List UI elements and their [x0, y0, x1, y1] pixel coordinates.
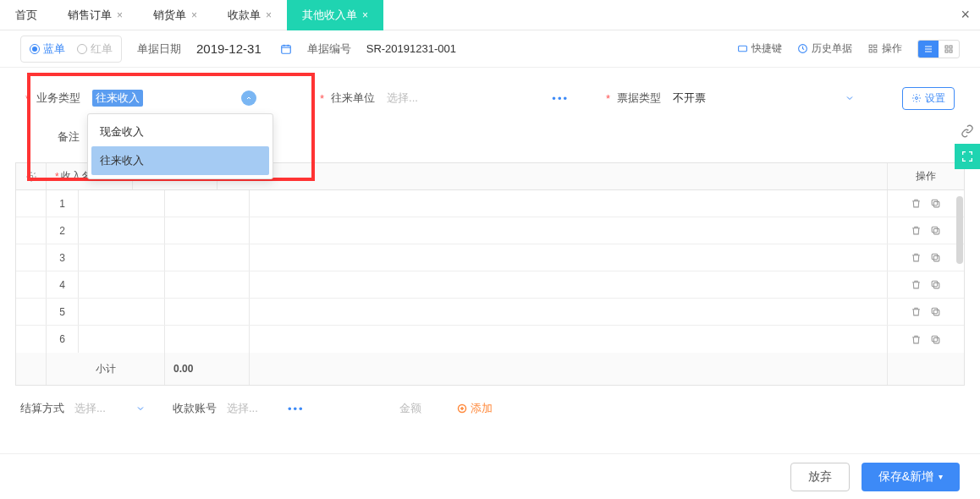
tab-home[interactable]: 首页	[0, 0, 52, 30]
close-icon[interactable]: ×	[117, 9, 123, 21]
copy-icon[interactable]	[930, 198, 941, 209]
svg-rect-16	[932, 227, 938, 233]
table-footer: 小计 0.00	[16, 353, 964, 385]
delete-icon[interactable]	[911, 225, 922, 236]
cell-amount[interactable]	[165, 244, 250, 271]
history-link[interactable]: 历史单据	[797, 41, 852, 56]
svg-rect-15	[933, 228, 939, 234]
delete-icon[interactable]	[911, 279, 922, 290]
ops-link[interactable]: 操作	[867, 41, 902, 56]
chevron-down-icon[interactable]: ▾	[939, 472, 943, 481]
settle-method-select[interactable]: 选择...	[74, 401, 125, 416]
cell-remark[interactable]	[250, 326, 888, 353]
radio-blue[interactable]: 蓝单	[30, 41, 65, 57]
table-row[interactable]: 2	[16, 217, 964, 244]
add-button[interactable]: 添加	[457, 401, 493, 416]
svg-rect-17	[933, 255, 939, 261]
tab-item-2[interactable]: 收款单×	[212, 0, 287, 30]
chevron-down-icon[interactable]	[135, 403, 146, 414]
tab-bar: 首页 销售订单× 销货单× 收款单× 其他收入单× ×	[0, 0, 980, 30]
view-list-icon[interactable]	[918, 41, 939, 58]
chevron-down-icon[interactable]	[845, 93, 855, 103]
cell-amount[interactable]	[165, 217, 250, 244]
scrollbar[interactable]	[956, 196, 963, 264]
shortcut-link[interactable]: 快捷键	[737, 41, 782, 56]
table-row[interactable]: 1	[16, 190, 964, 217]
more-icon[interactable]: •••	[288, 403, 305, 415]
cell-name[interactable]	[79, 326, 165, 353]
delete-icon[interactable]	[911, 198, 922, 209]
cell-amount[interactable]	[165, 190, 250, 217]
view-toggle	[917, 40, 960, 58]
cell-remark[interactable]	[250, 217, 888, 244]
row-index: 2	[47, 217, 79, 244]
svg-rect-5	[869, 50, 872, 52]
cell-amount[interactable]	[165, 326, 250, 353]
tab-item-3[interactable]: 其他收入单×	[287, 0, 383, 30]
close-icon[interactable]: ×	[362, 9, 368, 21]
radio-red[interactable]: 红单	[77, 41, 113, 57]
svg-rect-0	[281, 45, 290, 52]
subtotal-label: 小计	[47, 353, 165, 385]
invoice-select[interactable]: 不开票	[668, 86, 860, 110]
table-row[interactable]: 3	[16, 244, 964, 271]
biz-type-select[interactable]: 往来收入 现金收入 往来收入	[87, 86, 256, 110]
calendar-icon[interactable]	[280, 43, 292, 55]
close-icon[interactable]: ×	[266, 9, 272, 21]
copy-icon[interactable]	[930, 252, 941, 263]
settlement-row: 结算方式 选择... 收款账号 选择... ••• 金额 添加	[0, 386, 980, 431]
invoice-label: 票据类型	[617, 90, 661, 106]
cell-remark[interactable]	[250, 244, 888, 271]
svg-rect-10	[950, 50, 952, 52]
cell-name[interactable]	[79, 271, 165, 298]
biz-type-field: * 业务类型 往来收入 现金收入 往来收入	[25, 86, 288, 110]
view-grid-icon[interactable]	[939, 41, 959, 58]
cell-amount[interactable]	[165, 271, 250, 298]
cell-amount[interactable]	[165, 299, 250, 325]
tab-item-0[interactable]: 销售订单×	[52, 0, 138, 30]
svg-rect-8	[950, 46, 952, 48]
biz-type-option-0[interactable]: 现金收入	[91, 118, 269, 146]
table-row[interactable]: 6	[16, 326, 964, 353]
party-select[interactable]: 选择... •••	[382, 86, 574, 110]
svg-rect-3	[869, 45, 872, 47]
account-select[interactable]: 选择...	[227, 401, 278, 416]
required-mark: *	[606, 92, 610, 105]
settings-button[interactable]: 设置	[902, 87, 955, 110]
cell-remark[interactable]	[250, 190, 888, 217]
cell-name[interactable]	[79, 299, 165, 325]
attachment-icon[interactable]	[955, 118, 980, 144]
svg-rect-14	[932, 200, 938, 206]
delete-icon[interactable]	[911, 334, 922, 345]
table-row[interactable]: 4	[16, 271, 964, 299]
biz-type-option-1[interactable]: 往来收入	[91, 146, 269, 175]
save-new-button[interactable]: 保存&新增 ▾	[862, 463, 960, 491]
copy-icon[interactable]	[930, 279, 941, 290]
chevron-up-icon[interactable]	[241, 90, 256, 106]
cell-name[interactable]	[79, 190, 165, 217]
copy-icon[interactable]	[930, 334, 941, 345]
cell-remark[interactable]	[250, 299, 888, 325]
row-index: 1	[47, 190, 79, 217]
svg-rect-1	[739, 46, 747, 52]
svg-point-12	[30, 175, 33, 178]
doc-no-label: 单据编号	[307, 41, 351, 57]
table-row[interactable]: 5	[16, 299, 964, 326]
fullscreen-icon[interactable]	[955, 144, 980, 169]
discard-button[interactable]: 放弃	[790, 463, 850, 491]
close-icon[interactable]: ×	[191, 9, 197, 21]
copy-icon[interactable]	[930, 306, 941, 317]
more-icon[interactable]: •••	[552, 92, 569, 105]
party-field: * 往来单位 选择... •••	[320, 86, 574, 110]
delete-icon[interactable]	[911, 252, 922, 263]
delete-icon[interactable]	[911, 306, 922, 317]
account-label: 收款账号	[173, 401, 217, 416]
cell-name[interactable]	[79, 217, 165, 244]
close-all-icon[interactable]: ×	[961, 6, 970, 24]
tab-item-1[interactable]: 销货单×	[138, 0, 212, 30]
date-value[interactable]: 2019-12-31	[196, 41, 262, 56]
copy-icon[interactable]	[930, 225, 941, 236]
gear-icon[interactable]	[16, 163, 47, 189]
cell-remark[interactable]	[250, 271, 888, 298]
cell-name[interactable]	[79, 244, 165, 271]
